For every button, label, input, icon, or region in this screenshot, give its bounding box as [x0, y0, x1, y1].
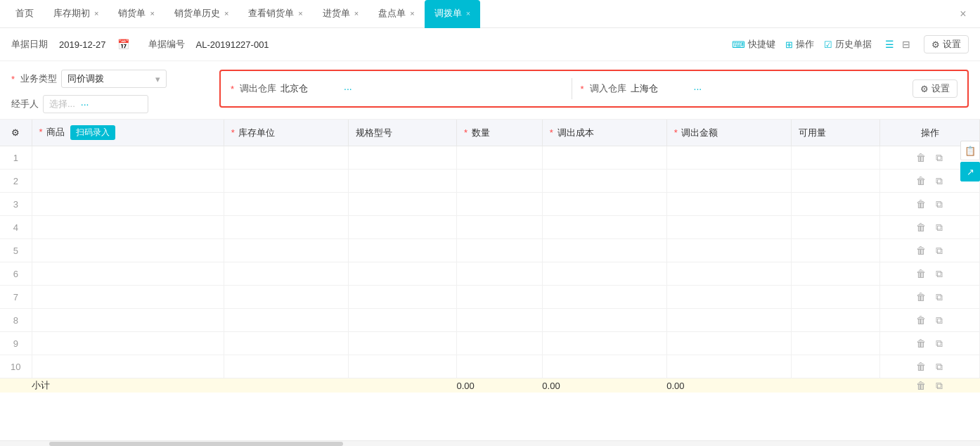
- operation-btn[interactable]: ⊞ 操作: [785, 38, 814, 51]
- history-btn[interactable]: ☑ 历史单据: [824, 38, 872, 51]
- window-close-button[interactable]: ×: [952, 3, 974, 25]
- scan-input-button[interactable]: 扫码录入: [70, 125, 115, 140]
- row-product-9[interactable]: [32, 332, 224, 355]
- row-unit-4[interactable]: [224, 216, 348, 239]
- row-available-8[interactable]: [791, 309, 880, 332]
- row-amount-4[interactable]: [666, 216, 791, 239]
- row-delete-icon-5[interactable]: 🗑: [914, 243, 928, 257]
- row-cost-2[interactable]: [542, 170, 666, 193]
- row-delete-icon-7[interactable]: 🗑: [914, 290, 928, 304]
- row-delete-icon-1[interactable]: 🗑: [914, 151, 928, 165]
- row-copy-icon-6[interactable]: ⧉: [932, 267, 946, 281]
- row-delete-icon-3[interactable]: 🗑: [914, 197, 928, 211]
- date-value[interactable]: 2019-12-27: [59, 39, 106, 50]
- row-spec-7[interactable]: [348, 286, 456, 309]
- row-unit-9[interactable]: [224, 332, 348, 355]
- row-delete-icon-9[interactable]: 🗑: [914, 336, 928, 350]
- row-copy-icon-1[interactable]: ⧉: [932, 151, 946, 165]
- tab-purchase[interactable]: 进货单 ×: [313, 0, 368, 28]
- row-available-2[interactable]: [791, 170, 880, 193]
- row-unit-8[interactable]: [224, 309, 348, 332]
- horizontal-scrollbar[interactable]: [0, 440, 980, 446]
- person-more-icon[interactable]: ···: [78, 98, 92, 110]
- row-copy-icon-10[interactable]: ⧉: [932, 359, 946, 374]
- row-delete-icon-4[interactable]: 🗑: [914, 220, 928, 234]
- row-available-6[interactable]: [791, 262, 880, 286]
- row-copy-icon-7[interactable]: ⧉: [932, 290, 946, 304]
- row-qty-7[interactable]: [456, 286, 542, 309]
- row-qty-3[interactable]: [456, 193, 542, 216]
- row-unit-7[interactable]: [224, 286, 348, 309]
- tab-view-sales[interactable]: 查看销货单 ×: [238, 0, 312, 28]
- person-select[interactable]: 选择... ···: [43, 95, 148, 113]
- side-expand-button[interactable]: ↗: [960, 162, 980, 181]
- row-unit-6[interactable]: [224, 262, 348, 286]
- row-product-10[interactable]: [32, 355, 224, 378]
- row-cost-8[interactable]: [542, 309, 666, 332]
- row-spec-1[interactable]: [348, 146, 456, 170]
- tab-home[interactable]: 首页: [6, 0, 44, 28]
- warehouse-out-value[interactable]: 北京仓: [281, 82, 337, 95]
- tab-sales-history[interactable]: 销货单历史 ×: [165, 0, 238, 28]
- row-amount-8[interactable]: [666, 309, 791, 332]
- th-gear[interactable]: ⚙: [0, 120, 32, 146]
- row-copy-icon-8[interactable]: ⧉: [932, 313, 946, 327]
- row-product-5[interactable]: [32, 239, 224, 262]
- tab-sales-history-close[interactable]: ×: [224, 9, 228, 18]
- row-copy-icon-5[interactable]: ⧉: [932, 243, 946, 257]
- row-spec-9[interactable]: [348, 332, 456, 355]
- row-product-3[interactable]: [32, 193, 224, 216]
- tab-stocktake-close[interactable]: ×: [410, 9, 414, 18]
- row-qty-4[interactable]: [456, 216, 542, 239]
- row-spec-8[interactable]: [348, 309, 456, 332]
- row-available-3[interactable]: [791, 193, 880, 216]
- row-qty-8[interactable]: [456, 309, 542, 332]
- warehouse-settings-button[interactable]: ⚙ 设置: [913, 79, 958, 98]
- row-unit-10[interactable]: [224, 355, 348, 378]
- row-available-10[interactable]: [791, 355, 880, 378]
- row-spec-5[interactable]: [348, 239, 456, 262]
- row-available-1[interactable]: [791, 146, 880, 170]
- row-qty-1[interactable]: [456, 146, 542, 170]
- row-copy-icon-9[interactable]: ⧉: [932, 336, 946, 350]
- row-delete-icon-2[interactable]: 🗑: [914, 174, 928, 188]
- row-amount-1[interactable]: [666, 146, 791, 170]
- layout-list-icon[interactable]: ☰: [882, 37, 897, 52]
- tab-sales-order[interactable]: 销货单 ×: [108, 0, 164, 28]
- settings-button[interactable]: ⚙ 设置: [924, 35, 969, 53]
- row-qty-10[interactable]: [456, 355, 542, 378]
- row-product-8[interactable]: [32, 309, 224, 332]
- row-spec-4[interactable]: [348, 216, 456, 239]
- row-delete-icon-6[interactable]: 🗑: [914, 267, 928, 281]
- row-copy-icon-4[interactable]: ⧉: [932, 220, 946, 234]
- tab-view-sales-close[interactable]: ×: [298, 9, 302, 18]
- row-amount-5[interactable]: [666, 239, 791, 262]
- warehouse-in-value[interactable]: 上海仓: [631, 82, 687, 95]
- row-cost-6[interactable]: [542, 262, 666, 286]
- row-available-4[interactable]: [791, 216, 880, 239]
- tab-transfer[interactable]: 调拨单 ×: [425, 0, 480, 28]
- row-copy-icon-2[interactable]: ⧉: [932, 174, 946, 188]
- row-qty-5[interactable]: [456, 239, 542, 262]
- layout-grid-icon[interactable]: ⊟: [898, 37, 914, 52]
- tab-inventory-init[interactable]: 库存期初 ×: [44, 0, 108, 28]
- row-spec-3[interactable]: [348, 193, 456, 216]
- warehouse-in-more[interactable]: ···: [691, 83, 705, 94]
- tab-transfer-close[interactable]: ×: [466, 9, 470, 18]
- row-unit-1[interactable]: [224, 146, 348, 170]
- row-available-9[interactable]: [791, 332, 880, 355]
- row-qty-6[interactable]: [456, 262, 542, 286]
- row-product-1[interactable]: [32, 146, 224, 170]
- row-available-5[interactable]: [791, 239, 880, 262]
- calendar-icon[interactable]: 📅: [117, 38, 130, 51]
- row-spec-6[interactable]: [348, 262, 456, 286]
- row-unit-2[interactable]: [224, 170, 348, 193]
- row-amount-2[interactable]: [666, 170, 791, 193]
- subtotal-copy-icon[interactable]: ⧉: [932, 378, 946, 393]
- row-cost-5[interactable]: [542, 239, 666, 262]
- row-cost-7[interactable]: [542, 286, 666, 309]
- row-amount-9[interactable]: [666, 332, 791, 355]
- row-delete-icon-8[interactable]: 🗑: [914, 313, 928, 327]
- row-product-4[interactable]: [32, 216, 224, 239]
- row-cost-9[interactable]: [542, 332, 666, 355]
